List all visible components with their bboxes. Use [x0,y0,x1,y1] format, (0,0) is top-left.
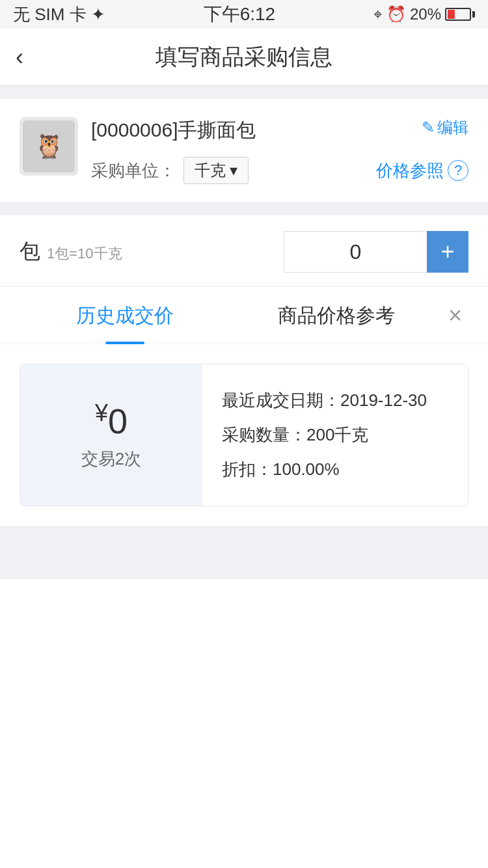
discount-row: 折扣：100.00% [222,457,448,482]
quantity-control: 0 + [284,231,468,273]
dropdown-arrow-icon: ▾ [230,161,237,180]
status-time: 下午6:12 [204,2,276,27]
product-info: [0000006]手撕面包 ✎ 编辑 采购单位： 千克 ▾ 价格参照 ? [91,117,468,184]
product-top: 🦉 [0000006]手撕面包 ✎ 编辑 采购单位： 千克 ▾ [20,117,468,184]
price-card: ¥0 交易2次 最近成交日期：2019-12-30 采购数量：200千克 折扣：… [20,364,468,506]
product-image-inner: 🦉 [23,120,75,172]
unit-value: 千克 [195,160,226,181]
quantity-unit-label: 包 [20,237,40,266]
quantity-sub-label: 1包=10千克 [47,244,122,264]
alarm-icon: ⏰ [386,5,406,23]
tabs-bar: 历史成交价 商品价格参考 × [0,287,488,344]
product-thumbnail-icon: 🦉 [34,133,64,160]
nav-bar: ‹ 填写商品采购信息 [0,29,488,86]
signal-text: 无 SIM 卡 ✦ [13,3,105,26]
battery-icon [445,8,475,21]
price-card-right: 最近成交日期：2019-12-30 采购数量：200千克 折扣：100.00% [202,364,468,506]
page-title: 填写商品采购信息 [156,42,332,72]
recent-date-value: 2019-12-30 [340,390,427,410]
tab-history-price[interactable]: 历史成交价 [20,287,230,344]
close-button[interactable]: × [442,302,468,329]
product-unit-row: 采购单位： 千克 ▾ 价格参照 ? [91,157,468,184]
price-ref-label: 价格参照 [376,159,444,182]
price-value: 0 [108,401,128,441]
unit-select[interactable]: 千克 ▾ [183,157,249,184]
plus-icon: + [441,238,454,265]
location-icon: ⌖ [373,5,383,23]
battery-percent: 20% [410,5,441,23]
product-image: 🦉 [20,117,78,176]
quantity-detail-label: 采购数量： [222,425,306,444]
status-bar: 无 SIM 卡 ✦ 下午6:12 ⌖ ⏰ 20% [0,0,488,29]
product-card: 🦉 [0000006]手撕面包 ✎ 编辑 采购单位： 千克 ▾ [0,99,488,202]
status-left: 无 SIM 卡 ✦ [13,3,105,26]
bottom-area [0,579,488,868]
tab-content: ¥0 交易2次 最近成交日期：2019-12-30 采购数量：200千克 折扣：… [0,344,488,526]
unit-left: 采购单位： 千克 ▾ [91,157,249,184]
product-name: [0000006]手撕面包 [91,117,256,144]
quantity-plus-button[interactable]: + [427,231,468,273]
quantity-label-wrap: 包 1包=10千克 [20,237,122,266]
edit-label: 编辑 [437,117,468,138]
back-button[interactable]: ‹ [16,44,23,71]
recent-date-label: 最近成交日期： [222,390,340,410]
trades-label: 交易2次 [81,448,141,470]
quantity-detail-value: 200千克 [306,425,368,444]
tab-product-price-ref[interactable]: 商品价格参考 [230,287,441,344]
price-card-left: ¥0 交易2次 [20,364,202,506]
quantity-input[interactable]: 0 [284,231,427,273]
product-header: [0000006]手撕面包 ✎ 编辑 [91,117,468,144]
recent-date-row: 最近成交日期：2019-12-30 [222,388,448,413]
discount-label: 折扣： [222,459,273,479]
quantity-value: 0 [350,240,362,264]
price-modal: 历史成交价 商品价格参考 × ¥0 交易2次 最近成交日期：2019-12-30… [0,286,488,526]
price-reference-button[interactable]: 价格参照 ? [376,159,468,182]
edit-button[interactable]: ✎ 编辑 [422,117,468,138]
question-icon: ? [448,160,468,181]
price-amount: ¥0 [95,400,128,441]
currency-symbol: ¥ [95,400,108,426]
section-divider [0,202,488,215]
status-right: ⌖ ⏰ 20% [373,5,475,23]
quantity-row: 包 1包=10千克 0 + [0,215,488,288]
quantity-row-detail: 采购数量：200千克 [222,422,448,448]
edit-icon: ✎ [422,118,435,137]
unit-label: 采购单位： [91,159,176,182]
discount-value: 100.00% [273,459,340,479]
